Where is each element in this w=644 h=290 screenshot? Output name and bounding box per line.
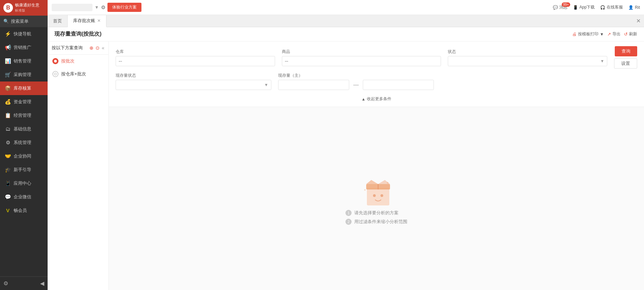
sidebar-item-purchase[interactable]: 🛒 采购管理 <box>0 68 48 81</box>
collapse-up-icon: ▲ <box>361 97 366 102</box>
print-dropdown-icon[interactable]: ▼ <box>600 32 604 37</box>
empty-state: ✦ ✦ 1 请先选择要分析的方案 2 用过滤条件来缩小分析范围 <box>345 173 407 225</box>
sidebar-item-system[interactable]: ⚙ 系统管理 <box>0 136 48 149</box>
svg-text:✦: ✦ <box>386 181 389 185</box>
content-area: 按以下方案查询 ⊕ ⊙ « 按批次 按仓库+批次 <box>48 41 644 290</box>
sidebar-item-basics[interactable]: 🗂 基础信息 <box>0 122 48 136</box>
sidebar-item-wecom[interactable]: 💬 企业微信 <box>0 190 48 204</box>
online-service-action[interactable]: 🎧 在线客服 <box>600 4 623 10</box>
sidebar-navigation: ⚡ 快捷导航 📢 营销推广 📊 销售管理 🛒 采购管理 📦 库存核算 💰 资金管… <box>0 27 48 276</box>
topbar: ▼ ⚙ 体验行业方案 💬 消息 99+ 📱 App下载 🎧 在线客服 👤 Rit <box>48 0 644 15</box>
filter-area: 仓库 ··· 商品 ··· 状态 <box>109 41 644 107</box>
tabs-close-all-button[interactable]: ✕ <box>636 18 641 24</box>
sidebar-item-label: 企业微信 <box>14 194 31 200</box>
collapse-more-button[interactable]: ▲ 收起更多条件 <box>116 94 637 102</box>
data-area: ✦ ✦ 1 请先选择要分析的方案 2 用过滤条件来缩小分析范围 <box>109 107 644 290</box>
member-icon: V <box>5 207 11 213</box>
left-panel-icons: ⊕ ⊙ « <box>89 45 104 51</box>
plan-item-batch[interactable]: 按批次 <box>48 55 108 68</box>
settings-icon[interactable]: ⚙ <box>3 280 8 287</box>
online-service-label: 在线客服 <box>607 4 623 10</box>
export-icon: ↗ <box>607 32 611 37</box>
filter-row-2: 现存量状态 ▼ 现存量（主） — <box>116 73 637 90</box>
tab-inventory-batch[interactable]: 库存批次账 ✕ <box>68 15 106 27</box>
inventory-qty-max-input[interactable] <box>363 80 434 90</box>
sidebar-item-member[interactable]: V 畅会员 <box>0 204 48 217</box>
page-header: 现存量查询(按批次) 🖨 按模板打印 ▼ ↗ 导出 ↺ 刷新 <box>48 27 644 41</box>
warehouse-filter-label: 仓库 <box>116 49 275 55</box>
tab-home[interactable]: 首页 <box>48 15 68 27</box>
inventory-qty-dash: — <box>353 82 359 88</box>
refresh-icon: ↺ <box>624 32 628 37</box>
inventory-status-label: 现存量状态 <box>116 73 271 78</box>
user-avatar-action[interactable]: 👤 Rit <box>628 5 640 10</box>
sidebar-item-label: 销售管理 <box>14 58 31 64</box>
export-label: 导出 <box>612 31 621 37</box>
sidebar-item-inventory[interactable]: 📦 库存核算 <box>0 81 48 95</box>
add-plan-icon[interactable]: ⊕ <box>89 45 94 51</box>
settings-plan-icon[interactable]: ⊙ <box>96 45 100 51</box>
messages-action[interactable]: 💬 消息 99+ <box>553 4 567 10</box>
system-icon: ⚙ <box>5 140 11 146</box>
sidebar-item-sales[interactable]: 📊 销售管理 <box>0 54 48 68</box>
product-filter-input[interactable]: ··· <box>282 56 441 66</box>
inventory-qty-min-input[interactable] <box>278 80 349 90</box>
sidebar-item-label: 畅会员 <box>14 207 27 214</box>
topbar-dropdown-icon[interactable]: ▼ <box>95 5 99 10</box>
sidebar-item-newguide[interactable]: 🎓 新手引导 <box>0 163 48 177</box>
settings-button[interactable]: 设置 <box>614 58 637 69</box>
main-content: ▼ ⚙ 体验行业方案 💬 消息 99+ 📱 App下载 🎧 在线客服 👤 Rit <box>48 0 644 290</box>
topbar-search-input[interactable] <box>52 4 92 11</box>
app-name: 畅康通好生意 <box>15 3 39 8</box>
empty-hints: 1 请先选择要分析的方案 2 用过滤条件来缩小分析范围 <box>345 210 407 225</box>
sidebar-item-marketing[interactable]: 📢 营销推广 <box>0 41 48 54</box>
query-button[interactable]: 查询 <box>615 46 637 56</box>
app-logo: B <box>3 3 13 13</box>
collapse-sidebar-icon[interactable]: ◀ <box>40 280 44 287</box>
app-download-action[interactable]: 📱 App下载 <box>573 4 595 10</box>
sidebar-item-operations[interactable]: 📋 经营管理 <box>0 109 48 122</box>
page-actions: 🖨 按模板打印 ▼ ↗ 导出 ↺ 刷新 <box>572 31 637 37</box>
plan-batch-icon <box>52 58 58 64</box>
export-action[interactable]: ↗ 导出 <box>607 31 621 37</box>
newguide-icon: 🎓 <box>5 167 11 173</box>
sidebar-item-label: 经营管理 <box>14 112 31 119</box>
print-action[interactable]: 🖨 按模板打印 ▼ <box>572 31 604 37</box>
tab-close-icon[interactable]: ✕ <box>97 19 101 23</box>
inventory-qty-label: 现存量（主） <box>278 73 434 78</box>
sidebar-item-quicknav[interactable]: ⚡ 快捷导航 <box>0 27 48 41</box>
trial-industry-button[interactable]: 体验行业方案 <box>107 3 141 12</box>
hint-text-1: 请先选择要分析的方案 <box>354 210 399 216</box>
sidebar-item-finance[interactable]: 💰 资金管理 <box>0 95 48 109</box>
collapse-panel-icon[interactable]: « <box>102 45 104 51</box>
topbar-right: 💬 消息 99+ 📱 App下载 🎧 在线客服 👤 Rit <box>553 4 640 10</box>
enterprise-icon: 🤝 <box>5 153 11 159</box>
hint-num-2: 2 <box>345 219 352 225</box>
topbar-gear-icon[interactable]: ⚙ <box>101 4 105 11</box>
inventory-status-dropdown-icon: ▼ <box>264 83 268 87</box>
warehouse-filter-input[interactable]: ··· <box>116 56 275 66</box>
phone-icon: 📱 <box>573 5 578 10</box>
status-filter-select[interactable]: ▼ <box>448 56 607 66</box>
tab-home-label: 首页 <box>53 18 62 24</box>
svg-point-6 <box>380 194 383 197</box>
plan-warehouse-batch-icon <box>52 71 58 77</box>
left-panel-header: 按以下方案查询 ⊕ ⊙ « <box>48 41 108 55</box>
sidebar-item-enterprise[interactable]: 🤝 企业协同 <box>0 149 48 163</box>
svg-rect-2 <box>367 188 389 205</box>
svg-text:✦: ✦ <box>363 188 366 192</box>
app-version: 标准版 <box>15 8 39 13</box>
plan-item-warehouse-batch[interactable]: 按仓库+批次 <box>48 68 108 80</box>
sidebar-footer: ⚙ ◀ <box>0 276 48 290</box>
status-filter-label: 状态 <box>448 49 607 55</box>
sidebar-item-label: 新手引导 <box>14 167 31 173</box>
sidebar-item-label: 库存核算 <box>14 85 31 91</box>
svg-point-1 <box>54 73 56 75</box>
inventory-status-select[interactable]: ▼ <box>116 80 271 90</box>
sidebar-item-appcenter[interactable]: 📱 应用中心 <box>0 177 48 190</box>
search-menu[interactable]: 🔍 搜索菜单 <box>0 16 48 27</box>
avatar-icon: 👤 <box>628 5 633 10</box>
operations-icon: 📋 <box>5 112 11 119</box>
hint-text-2: 用过滤条件来缩小分析范围 <box>354 219 407 225</box>
refresh-action[interactable]: ↺ 刷新 <box>624 31 637 37</box>
